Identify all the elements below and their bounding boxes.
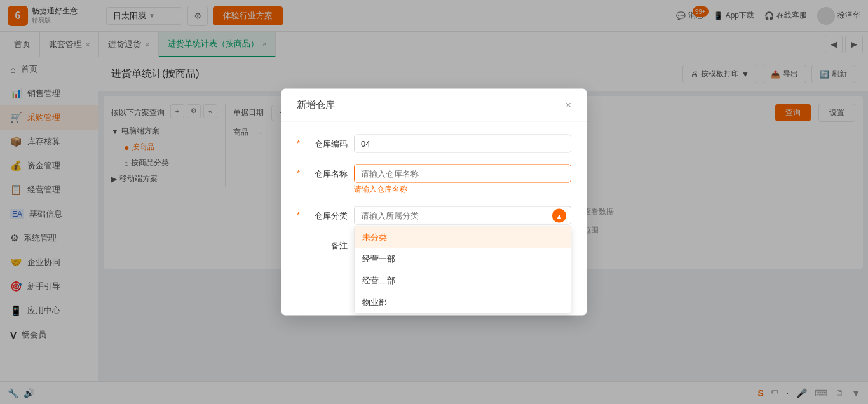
- add-warehouse-modal: 新增仓库 × 仓库编码 仓库名称 请输入仓库名称 仓库分类: [281, 89, 587, 316]
- warehouse-code-field: [354, 135, 571, 153]
- dropdown-item-dept2[interactable]: 经营二部: [355, 270, 571, 292]
- dropdown-item-dept1[interactable]: 经营一部: [355, 248, 571, 270]
- modal-close-button[interactable]: ×: [566, 99, 571, 111]
- category-dropdown: 未分类 经营一部 经营二部 物业部: [354, 226, 571, 314]
- category-select-input[interactable]: [354, 206, 571, 225]
- warehouse-code-row: 仓库编码: [297, 135, 571, 153]
- warehouse-code-label: 仓库编码: [297, 135, 354, 150]
- modal-header: 新增仓库 ×: [281, 89, 587, 122]
- warehouse-name-error: 请输入仓库名称: [354, 184, 571, 195]
- category-chevron-up-icon[interactable]: ▲: [552, 208, 566, 222]
- warehouse-name-label: 仓库名称: [297, 165, 354, 180]
- warehouse-name-row: 仓库名称 请输入仓库名称: [297, 165, 571, 195]
- warehouse-category-label: 仓库分类: [297, 206, 354, 222]
- category-select-wrap: ▲ 未分类 经营一部 经营二部 物业部: [354, 206, 571, 225]
- warehouse-code-input[interactable]: [354, 135, 571, 153]
- warehouse-category-row: 仓库分类 ▲ 未分类 经营一部 经营二部 物业部: [297, 206, 571, 225]
- warehouse-name-input[interactable]: [354, 165, 571, 183]
- warehouse-category-field: ▲ 未分类 经营一部 经营二部 物业部: [354, 206, 571, 225]
- notes-label: 备注: [297, 236, 354, 252]
- modal-title: 新增仓库: [297, 99, 335, 111]
- warehouse-name-field: 请输入仓库名称: [354, 165, 571, 195]
- dropdown-item-unclassified[interactable]: 未分类: [355, 227, 571, 248]
- dropdown-item-property[interactable]: 物业部: [355, 292, 571, 313]
- modal-body: 仓库编码 仓库名称 请输入仓库名称 仓库分类 ▲: [281, 122, 587, 279]
